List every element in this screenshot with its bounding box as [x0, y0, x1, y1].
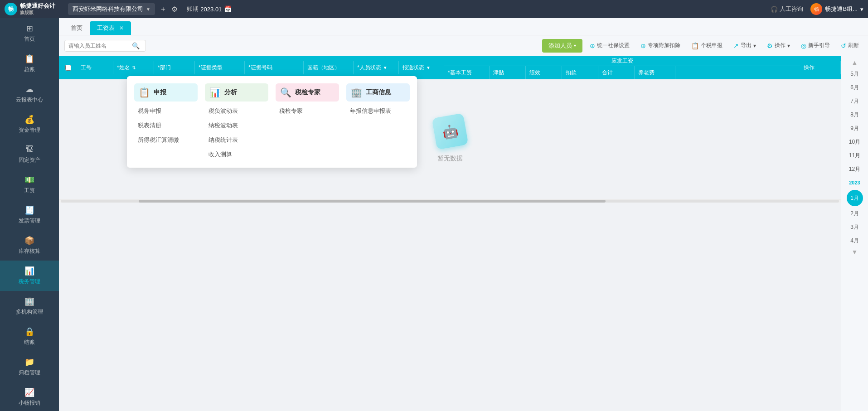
special-icon: ⊕ — [640, 42, 646, 49]
search-input[interactable] — [68, 43, 132, 49]
sidebar-item-tax[interactable]: 📊 税务管理 — [0, 261, 59, 291]
user-dropdown-arrow: ▾ — [860, 6, 863, 13]
tab-home[interactable]: 首页 — [63, 21, 90, 35]
shuijian-icon: 🔍 — [280, 87, 291, 98]
cal-month-7[interactable]: 7月 — [844, 95, 865, 107]
cal-month-6[interactable]: 6月 — [844, 81, 865, 94]
sidebar-item-inventory[interactable]: 📦 库存核算 — [0, 230, 59, 261]
tax-report-icon: 📋 — [691, 42, 699, 49]
menu-item-income-calc[interactable]: 收入测算 — [205, 149, 268, 160]
sidebar-label-multi: 多机构管理 — [16, 308, 43, 316]
status-filter-icon[interactable]: ▼ — [383, 65, 388, 70]
send-status-filter-icon[interactable]: ▼ — [426, 65, 431, 70]
app-logo: 畅 畅捷通好会计 旗舰版 — [5, 2, 63, 16]
cal-month-11[interactable]: 11月 — [844, 149, 865, 162]
select-all-checkbox[interactable] — [65, 65, 71, 71]
cal-month-5[interactable]: 5月 — [844, 68, 865, 80]
scroll-track[interactable] — [61, 200, 839, 203]
th-base-salary: *基本工资 — [444, 66, 490, 79]
company-selector[interactable]: 西安虾米网络科技有限公司 ▼ — [68, 3, 155, 15]
cal-next-button[interactable]: ▼ — [847, 247, 863, 256]
refresh-btn[interactable]: ↺ 刷新 — [837, 40, 863, 51]
menu-item-tax-declare[interactable]: 税务申报 — [134, 105, 198, 117]
th-name: *姓名 ⇅ — [113, 61, 154, 74]
sidebar-item-archive[interactable]: 📁 归档管理 — [0, 352, 59, 382]
sidebar-label-archive: 归档管理 — [19, 369, 40, 377]
archive-icon: 📁 — [24, 357, 34, 367]
period-calendar-icon[interactable]: 📅 — [224, 5, 232, 13]
settings-icon-button[interactable]: ⚙ — [171, 5, 178, 14]
menu-item-tax-list[interactable]: 税表清册 — [134, 120, 198, 131]
sidebar-item-invoice[interactable]: 🧾 发票管理 — [0, 200, 59, 230]
menu-item-tax-stats[interactable]: 纳税统计表 — [205, 134, 268, 146]
th-checkbox[interactable] — [59, 65, 77, 71]
menu-item-tax-wave[interactable]: 纳税波动表 — [205, 120, 268, 131]
shuijian-title: 税检专家 — [295, 88, 320, 97]
sidebar-item-capital[interactable]: 💰 资金管理 — [0, 109, 59, 140]
sidebar-label-ledger: 总账 — [24, 66, 35, 73]
add-company-button[interactable]: ＋ — [160, 5, 167, 14]
cal-month-2[interactable]: 2月 — [844, 207, 865, 220]
tax-report-btn[interactable]: 📋 个税申报 — [688, 40, 726, 51]
export-arrow: ▾ — [753, 43, 756, 49]
guide-btn-icon: ◎ — [801, 42, 806, 49]
cal-month-9[interactable]: 9月 — [844, 122, 865, 135]
sidebar-item-salary[interactable]: 💵 工资 — [0, 169, 59, 200]
bottom-scrollbar[interactable] — [59, 199, 841, 203]
fenxi-title: 分析 — [224, 88, 237, 97]
menu-section-fenxi: 📊 分析 税负波动表 纳税波动表 纳税统计表 收入测算 — [205, 83, 268, 160]
tab-salary[interactable]: 工资表 ✕ — [90, 21, 131, 35]
sidebar-item-multi[interactable]: 🏢 多机构管理 — [0, 291, 59, 321]
menu-item-income-tax[interactable]: 所得税汇算清缴 — [134, 134, 198, 146]
salary-icon: 💵 — [24, 175, 34, 185]
guide-btn[interactable]: ◎ 新手引导 — [797, 40, 834, 51]
sidebar-label-report: 小畅报销 — [19, 399, 40, 407]
social-settings-btn[interactable]: ⊕ 统一社保设置 — [586, 40, 633, 51]
sidebar-item-ledger[interactable]: 📋 总账 — [0, 48, 59, 79]
name-sort-icon[interactable]: ⇅ — [132, 65, 136, 70]
th-send-status: 报送状态 ▼ — [399, 61, 444, 74]
cal-month-8[interactable]: 8月 — [844, 108, 865, 121]
sidebar-item-assets[interactable]: 🏗 固定资产 — [0, 140, 59, 169]
add-person-button[interactable]: 添加人员 ▾ — [542, 39, 582, 53]
help-label: 人工咨询 — [780, 5, 803, 13]
scroll-thumb[interactable] — [139, 200, 606, 203]
menu-item-tax-burden[interactable]: 税负波动表 — [205, 105, 268, 117]
cal-month-4[interactable]: 4月 — [844, 234, 865, 247]
fenxi-icon: 📊 — [209, 87, 221, 98]
user-info[interactable]: 畅 畅捷通B组... ▾ — [810, 3, 863, 15]
top-bar-actions: ＋ ⚙ — [160, 5, 178, 14]
sidebar: ⊞ 首页 📋 总账 ☁ 云报表中心 💰 资金管理 🏗 固定资产 💵 工资 🧾 发… — [0, 18, 59, 411]
headset-icon: 🎧 — [771, 6, 778, 13]
menu-item-tax-expert[interactable]: 税检专家 — [276, 105, 339, 117]
menu-item-annual-report[interactable]: 年报信息申报表 — [346, 105, 410, 117]
menu-section-gongshang-header: 🏢 工商信息 — [346, 83, 410, 102]
export-btn[interactable]: ↗ 导出 ▾ — [730, 40, 760, 51]
sidebar-label-close: 结账 — [24, 338, 35, 346]
th-total: 合计 — [598, 66, 635, 79]
sidebar-item-report[interactable]: 📈 小畅报销 — [0, 382, 59, 411]
sidebar-item-close[interactable]: 🔒 结账 — [0, 321, 59, 352]
cal-month-10[interactable]: 10月 — [844, 135, 865, 148]
multi-icon: 🏢 — [24, 296, 34, 306]
period-value: 2023.01 — [200, 6, 222, 13]
export-icon: ↗ — [733, 42, 739, 49]
cal-month-1-active[interactable]: 1月 — [847, 190, 863, 206]
wage-group: 应发工资 *基本工资 津贴 绩效 — [444, 56, 800, 79]
gongshang-items: 年报信息申报表 — [346, 105, 410, 117]
sidebar-item-cloud[interactable]: ☁ 云报表中心 — [0, 79, 59, 109]
cal-month-3[interactable]: 3月 — [844, 221, 865, 233]
operate-btn[interactable]: ⚙ 操作 ▾ — [763, 40, 794, 51]
operate-arrow: ▾ — [787, 43, 790, 49]
cal-month-12[interactable]: 12月 — [844, 163, 865, 175]
sidebar-item-home[interactable]: ⊞ 首页 — [0, 18, 59, 48]
th-id: 工号 — [77, 61, 113, 74]
help-button[interactable]: 🎧 人工咨询 — [771, 5, 803, 13]
app-edition: 旗舰版 — [20, 10, 55, 16]
th-performance: 绩效 — [526, 66, 562, 79]
tab-close-button[interactable]: ✕ — [119, 25, 124, 31]
special-deduction-btn[interactable]: ⊕ 专项附加扣除 — [637, 40, 684, 51]
period-label: 账期 — [187, 5, 199, 13]
cal-prev-button[interactable]: ▲ — [847, 58, 863, 67]
shenba-icon: 📋 — [139, 87, 150, 98]
